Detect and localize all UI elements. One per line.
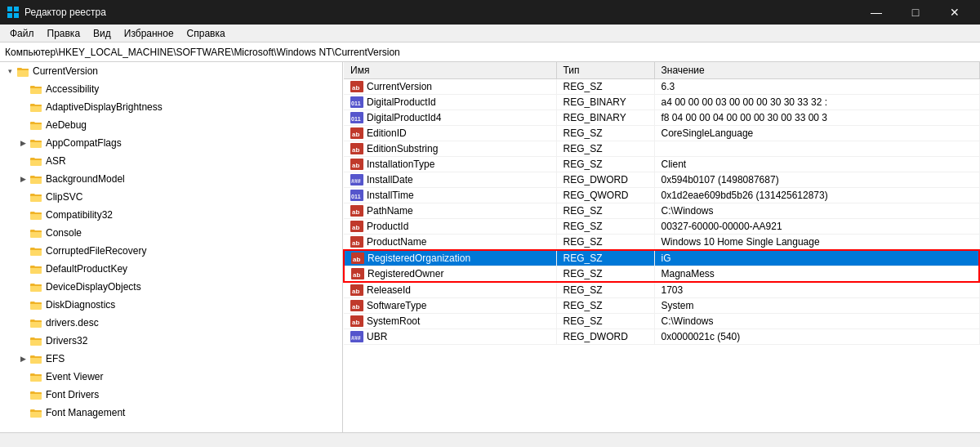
- app-title: Редактор реестра: [24, 7, 106, 18]
- registry-type: REG_SZ: [556, 266, 654, 283]
- registry-row-installdate[interactable]: ###InstallDateREG_DWORD0x594b0107 (14980…: [344, 172, 979, 188]
- close-button[interactable]: ✕: [936, 0, 973, 25]
- tree-item-devicedisplayobjects[interactable]: DeviceDisplayObjects: [0, 278, 342, 296]
- tree-item-console[interactable]: Console: [0, 224, 342, 242]
- expand-icon: ▶: [16, 352, 29, 365]
- tree-item-accessibility[interactable]: Accessibility: [0, 80, 342, 98]
- registry-name: abRegisteredOrganization: [344, 250, 556, 266]
- svg-rect-3: [14, 13, 19, 18]
- registry-type: REG_SZ: [556, 314, 654, 329]
- svg-text:ab: ab: [352, 224, 359, 231]
- svg-text:ab: ab: [353, 256, 360, 263]
- tree-item-backgroundmodel[interactable]: ▶ BackgroundModel: [0, 170, 342, 188]
- tree-item-drivers32[interactable]: Drivers32: [0, 332, 342, 350]
- maximize-button[interactable]: □: [897, 0, 934, 25]
- registry-name: 011DigitalProductId: [344, 95, 556, 110]
- tree-item-aedebug[interactable]: AeDebug: [0, 116, 342, 134]
- registry-row-pathname[interactable]: abPathNameREG_SZC:\Windows: [344, 203, 979, 219]
- registry-name: abEditionSubstring: [344, 141, 556, 157]
- expand-icon: [16, 334, 29, 347]
- tree-item-adaptivedisplaybrightness[interactable]: AdaptiveDisplayBrightness: [0, 98, 342, 116]
- registry-value: a4 00 00 00 03 00 00 00 30 30 33 32 :: [654, 95, 979, 110]
- registry-row-digitalproductid4[interactable]: 011DigitalProductId4REG_BINARYf8 04 00 0…: [344, 110, 979, 126]
- registry-row-installtime[interactable]: 011InstallTimeREG_QWORD0x1d2eae609bd5b26…: [344, 188, 979, 203]
- folder-icon: [29, 226, 42, 239]
- expand-icon: ▶: [16, 172, 29, 186]
- svg-text:ab: ab: [352, 208, 359, 216]
- registry-name-text: RegisteredOrganization: [368, 253, 470, 264]
- registry-row-installationtype[interactable]: abInstallationTypeREG_SZClient: [344, 157, 979, 172]
- registry-row-editionsubstring[interactable]: abEditionSubstringREG_SZ: [344, 141, 979, 157]
- registry-row-productname[interactable]: abProductNameREG_SZWindows 10 Home Singl…: [344, 235, 979, 251]
- tree-item-diskdiagnostics[interactable]: DiskDiagnostics: [0, 296, 342, 314]
- registry-row-releaseid[interactable]: abReleaseIdREG_SZ1703: [344, 282, 979, 298]
- menu-item-правка[interactable]: Правка: [41, 26, 87, 41]
- registry-value: CoreSingleLanguage: [654, 126, 979, 141]
- tree-item-clipsvc[interactable]: ClipSVC: [0, 188, 342, 206]
- app-icon: [7, 6, 20, 19]
- registry-row-registeredowner[interactable]: abRegisteredOwnerREG_SZMagnaMess: [344, 266, 979, 283]
- folder-icon: [29, 280, 42, 293]
- folder-icon: [29, 208, 42, 221]
- expand-icon: [16, 406, 29, 419]
- registry-value: [654, 141, 979, 157]
- menu-item-вид[interactable]: Вид: [87, 26, 118, 41]
- registry-row-systemroot[interactable]: abSystemRootREG_SZC:\Windows: [344, 314, 979, 329]
- registry-value: C:\Windows: [654, 203, 979, 219]
- svg-text:ab: ab: [352, 131, 359, 138]
- registry-name: abRegisteredOwner: [344, 266, 556, 283]
- tree-item-compatibility32[interactable]: Compatibility32: [0, 206, 342, 224]
- tree-label: EFS: [46, 353, 65, 364]
- registry-value: 00327-60000-00000-AA921: [654, 219, 979, 235]
- registry-name: 011InstallTime: [344, 188, 556, 203]
- registry-row-productid[interactable]: abProductIdREG_SZ00327-60000-00000-AA921: [344, 219, 979, 235]
- registry-row-editionid[interactable]: abEditionIDREG_SZCoreSingleLanguage: [344, 126, 979, 141]
- expand-icon: [16, 316, 29, 329]
- tree-item-currentversion[interactable]: ▾ CurrentVersion: [0, 62, 342, 80]
- expand-icon: [16, 83, 29, 96]
- tree-item-fontdrivers[interactable]: Font Drivers: [0, 386, 342, 404]
- registry-row-softwaretype[interactable]: abSoftwareTypeREG_SZSystem: [344, 298, 979, 314]
- expand-icon: [16, 298, 29, 311]
- folder-icon: [29, 172, 42, 186]
- registry-name: abPathName: [344, 203, 556, 219]
- tree-item-eventviewer[interactable]: Event Viewer: [0, 368, 342, 386]
- menu-item-избранное[interactable]: Избранное: [118, 26, 180, 41]
- registry-row-ubr[interactable]: ###UBRREG_DWORD0x0000021c (540): [344, 329, 979, 345]
- tree-label: DeviceDisplayObjects: [46, 281, 141, 293]
- expand-icon: [16, 226, 29, 239]
- registry-name-text: DigitalProductId4: [367, 112, 441, 123]
- registry-name: abReleaseId: [344, 282, 556, 298]
- registry-name: ###UBR: [344, 329, 556, 345]
- tree-item-efs[interactable]: ▶ EFS: [0, 350, 342, 368]
- menu-item-справка[interactable]: Справка: [180, 26, 232, 41]
- minimize-button[interactable]: —: [858, 0, 895, 25]
- registry-row-currentversion-val[interactable]: abCurrentVersionREG_SZ6.3: [344, 79, 979, 95]
- tree-item-fontmanagement[interactable]: Font Management: [0, 404, 342, 422]
- tree-label: AdaptiveDisplayBrightness: [46, 101, 163, 113]
- tree-item-corruptedfilerecovery[interactable]: CorruptedFileRecovery: [0, 242, 342, 260]
- menu-item-файл[interactable]: Файл: [3, 26, 41, 41]
- tree-label: AeDebug: [46, 119, 87, 131]
- registry-row-digitalproductid[interactable]: 011DigitalProductIdREG_BINARYa4 00 00 00…: [344, 95, 979, 110]
- tree-label: Event Viewer: [46, 371, 103, 382]
- svg-rect-1: [14, 7, 19, 11]
- tree-label: drivers.desc: [46, 317, 99, 329]
- col-name: Имя: [344, 62, 556, 79]
- registry-type: REG_SZ: [556, 282, 654, 298]
- tree-label: ClipSVC: [46, 191, 82, 203]
- tree-item-appcompatflags[interactable]: ▶ AppCompatFlags: [0, 134, 342, 152]
- expand-icon: [16, 118, 29, 132]
- folder-icon: [29, 316, 42, 329]
- tree-item-defaultproductkey[interactable]: DefaultProductKey: [0, 260, 342, 278]
- registry-name: ###InstallDate: [344, 172, 556, 188]
- tree-item-driversdesc[interactable]: drivers.desc: [0, 314, 342, 332]
- registry-type: REG_SZ: [556, 219, 654, 235]
- tree-label: AppCompatFlags: [46, 137, 122, 149]
- registry-tree: ▾ CurrentVersion Accessibility AdaptiveD…: [0, 62, 343, 432]
- svg-text:###: ###: [351, 178, 361, 184]
- col-type: Тип: [556, 62, 654, 79]
- registry-type: REG_BINARY: [556, 95, 654, 110]
- tree-item-asr[interactable]: ASR: [0, 152, 342, 170]
- registry-row-registeredorganization[interactable]: abRegisteredOrganizationREG_SZiG: [344, 250, 979, 266]
